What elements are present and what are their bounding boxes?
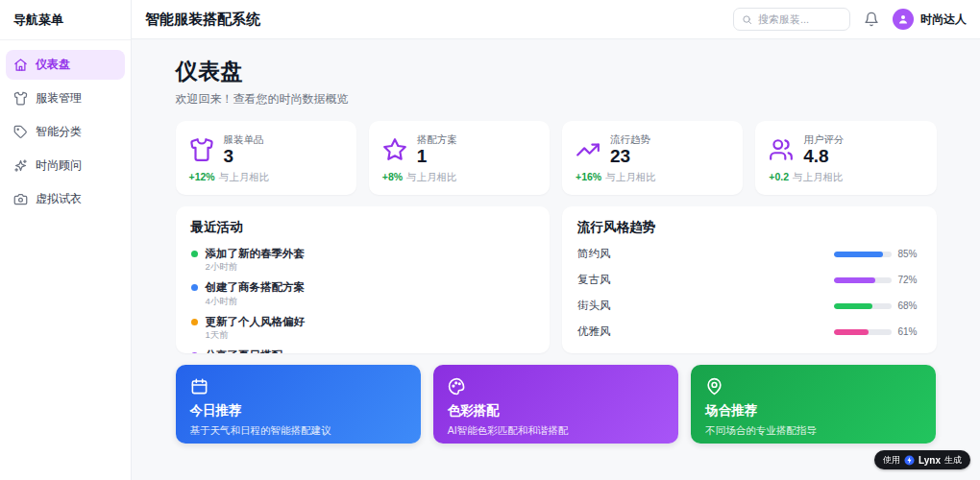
users-icon: [769, 137, 794, 162]
stat-value: 23: [610, 147, 650, 167]
lynx-logo-icon: [904, 455, 915, 466]
sidebar-title: 导航菜单: [0, 0, 131, 40]
activity-item: 创建了商务搭配方案 4小时前: [191, 280, 535, 307]
trend-percent: 61%: [898, 326, 921, 337]
activity-text: 创建了商务搭配方案: [206, 280, 306, 294]
sidebar-item-label: 时尚顾问: [36, 157, 82, 174]
badge-prefix: 使用: [883, 454, 900, 467]
sidebar: 导航菜单 仪表盘 服装管理 智能分类: [0, 0, 132, 480]
trend-label: 优雅风: [577, 324, 611, 339]
stat-label: 搭配方案: [417, 133, 457, 147]
trend-bar: [834, 329, 892, 335]
trend-percent: 85%: [898, 249, 921, 259]
stat-card-user-rating: 用户评分 4.8 +0.2与上月相比: [755, 121, 936, 195]
action-card-color-matching[interactable]: 色彩搭配 AI智能色彩匹配和和谐搭配: [433, 365, 678, 444]
search-icon: [742, 14, 752, 25]
map-pin-icon: [705, 377, 723, 396]
panel-title: 流行风格趋势: [577, 219, 921, 236]
recent-activity-panel: 最近活动 添加了新的春季外套 2小时前 创建了商务搭配方案 4小时前: [176, 206, 551, 353]
activity-dot: [191, 352, 198, 353]
badge-suffix: 生成: [944, 454, 962, 467]
stat-value: 1: [417, 147, 457, 167]
activity-time: 4小时前: [206, 296, 306, 308]
trend-label: 简约风: [577, 247, 611, 261]
action-desc: 基于天气和日程的智能搭配建议: [190, 424, 406, 438]
activity-item: 添加了新的春季外套 2小时前: [191, 247, 535, 274]
activity-item: 更新了个人风格偏好 1天前: [191, 315, 535, 342]
action-card-occasion-recommendation[interactable]: 场合推荐 不同场合的专业搭配指导: [691, 365, 936, 444]
activity-dot: [191, 251, 198, 257]
activity-time: 1天前: [206, 329, 306, 342]
tshirt-icon: [189, 137, 214, 162]
activity-text: 更新了个人风格偏好: [206, 315, 306, 328]
stat-card-trends: 流行趋势 23 +16%与上月相比: [562, 121, 743, 195]
home-icon: [13, 58, 28, 72]
content: 仪表盘 欢迎回来！查看您的时尚数据概览 服装单品 3: [132, 39, 980, 480]
action-title: 场合推荐: [705, 402, 921, 420]
trend-bar: [834, 252, 892, 257]
sidebar-item-dashboard[interactable]: 仪表盘: [6, 50, 125, 80]
stat-value: 4.8: [803, 147, 844, 167]
star-icon: [382, 137, 407, 162]
trend-row: 优雅风 61%: [577, 324, 921, 339]
actions-row: 今日推荐 基于天气和日程的智能搭配建议 色彩搭配 AI智能色彩匹配和和谐搭配: [176, 365, 937, 444]
stat-card-outfit-plans: 搭配方案 1 +8%与上月相比: [369, 121, 550, 195]
app-title: 智能服装搭配系统: [145, 11, 260, 29]
action-desc: AI智能色彩匹配和和谐搭配: [448, 424, 664, 438]
trend-bar: [834, 303, 892, 309]
sidebar-item-smart-classification[interactable]: 智能分类: [6, 117, 125, 147]
panels-row: 最近活动 添加了新的春季外套 2小时前 创建了商务搭配方案 4小时前: [176, 206, 937, 353]
app-window: 导航菜单 仪表盘 服装管理 智能分类: [0, 0, 980, 480]
topbar-right: 时尚达人: [733, 8, 967, 31]
camera-icon: [13, 192, 28, 206]
stat-label: 服装单品: [224, 133, 264, 147]
trend-percent: 72%: [898, 275, 921, 285]
user-icon: [897, 13, 909, 25]
trend-row: 简约风 85%: [577, 247, 921, 261]
action-title: 色彩搭配: [448, 402, 664, 420]
sparkles-icon: [13, 158, 28, 173]
lynx-badge[interactable]: 使用 Lynx 生成: [874, 450, 970, 469]
sidebar-item-label: 智能分类: [36, 124, 82, 140]
activity-dot: [191, 319, 198, 325]
sidebar-item-label: 仪表盘: [36, 57, 70, 73]
sidebar-item-clothing-management[interactable]: 服装管理: [6, 84, 125, 113]
activity-dot: [191, 284, 198, 291]
trend-label: 复古风: [577, 273, 611, 287]
bell-icon: [864, 12, 879, 27]
trending-up-icon: [576, 137, 600, 162]
sidebar-item-fashion-advisor[interactable]: 时尚顾问: [6, 151, 125, 180]
activity-item: 分享了夏日搭配 2天前: [191, 348, 535, 353]
page-title: 仪表盘: [176, 57, 937, 86]
trend-percent: 68%: [898, 300, 921, 311]
sidebar-nav: 仪表盘 服装管理 智能分类 时尚顾问: [0, 40, 131, 224]
username: 时尚达人: [920, 12, 967, 28]
tag-icon: [13, 125, 28, 139]
action-card-daily-recommendation[interactable]: 今日推荐 基于天气和日程的智能搭配建议: [176, 365, 421, 444]
sidebar-item-label: 虚拟试衣: [36, 191, 82, 207]
stat-value: 3: [224, 147, 264, 167]
sidebar-item-label: 服装管理: [36, 90, 82, 107]
stat-delta: +12%与上月相比: [189, 171, 343, 184]
search-input[interactable]: [758, 13, 842, 25]
notifications-button[interactable]: [864, 12, 879, 27]
user-menu[interactable]: 时尚达人: [893, 9, 967, 30]
stat-label: 流行趋势: [610, 133, 650, 147]
palette-icon: [448, 377, 466, 396]
stat-card-clothing-items: 服装单品 3 +12%与上月相比: [176, 121, 356, 195]
style-trends-panel: 流行风格趋势 简约风 85% 复古风 72% 街头风: [562, 206, 937, 353]
trend-row: 复古风 72%: [577, 273, 921, 287]
sidebar-item-virtual-fitting[interactable]: 虚拟试衣: [6, 184, 125, 214]
trend-row: 街头风 68%: [577, 299, 921, 313]
activity-time: 2小时前: [206, 261, 306, 274]
stat-delta: +0.2与上月相比: [769, 171, 922, 184]
badge-brand: Lynx: [919, 455, 941, 466]
stats-row: 服装单品 3 +12%与上月相比 搭配方案: [176, 121, 937, 195]
main-area: 智能服装搭配系统 时尚达人 仪表盘 欢迎: [132, 0, 980, 480]
trend-bar: [834, 277, 892, 283]
panel-title: 最近活动: [191, 219, 535, 236]
trend-label: 街头风: [577, 299, 611, 313]
page-subtitle: 欢迎回来！查看您的时尚数据概览: [176, 91, 937, 108]
shirt-icon: [13, 91, 28, 106]
action-desc: 不同场合的专业搭配指导: [705, 424, 921, 438]
